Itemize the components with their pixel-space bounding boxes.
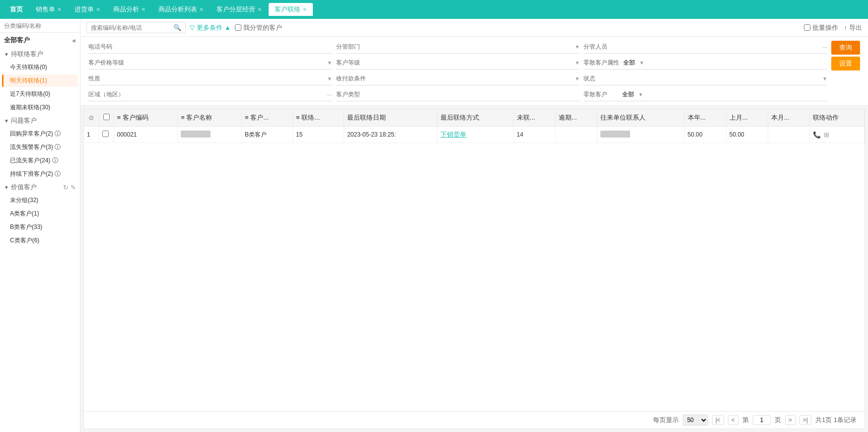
search-box: 🔍 <box>86 22 186 33</box>
sidebar-item-a-class[interactable]: A类客户(1) <box>2 208 78 220</box>
page-size-select[interactable]: 50 100 200 <box>683 415 708 426</box>
bulk-op-btn[interactable]: 批量操作 <box>804 23 838 32</box>
filter-row-4: 区域（地区） ··· 客户类型 零散客户 全部 ▼ <box>88 88 827 101</box>
th-action: 联络动作 <box>810 109 865 127</box>
filter-department: 分管部门 ▼ <box>336 41 580 54</box>
customer-name-value <box>181 131 211 138</box>
bulk-op-check[interactable] <box>804 24 810 31</box>
retail-attr-dropdown-icon[interactable]: ▼ <box>639 60 644 66</box>
group-arrow-problem: ▼ <box>4 118 9 124</box>
value-customers-refresh-icon[interactable]: ↻ <box>63 184 69 191</box>
filter-icon: ▽ <box>190 24 195 31</box>
th-customer-type: ≡ 客户... <box>241 109 292 127</box>
close-analysis-list-icon[interactable]: ✕ <box>199 6 204 13</box>
settings-gear-icon[interactable]: ⚙ <box>88 114 94 122</box>
sidebar-item-overdue-contact[interactable]: 逾期未联络(30) <box>2 101 78 114</box>
prev-page-btn[interactable]: < <box>728 415 738 425</box>
row-checkbox[interactable] <box>102 131 109 137</box>
nav-analysis-list[interactable]: 商品分析列表 ✕ <box>152 3 210 16</box>
td-customer-name <box>178 127 242 143</box>
content-area: 🔍 ▽ 更多条件 ▲ 我分管的客户 批量操作 ↑ 导出 <box>80 19 868 432</box>
sidebar-item-declining[interactable]: 持续下滑客户(2) ⓘ <box>2 168 78 180</box>
th-this-month: 本月... <box>768 109 809 127</box>
sidebar-search-input[interactable] <box>4 22 78 29</box>
th-gear: ⚙ <box>84 109 99 127</box>
sidebar-item-churn-warning[interactable]: 流失预警客户(3) ⓘ <box>2 141 78 153</box>
nature-dropdown-icon[interactable]: ▼ <box>327 76 332 81</box>
last-page-btn[interactable]: >| <box>799 415 811 425</box>
td-this-month <box>768 127 809 143</box>
call-action-icon[interactable]: 📞 <box>813 131 821 139</box>
page-input[interactable] <box>753 415 771 425</box>
first-page-btn[interactable]: |< <box>712 415 724 425</box>
filter-row-2: 客户价格等级 ▼ 客户等级 ▼ 零散客户属性 全部 ▼ <box>88 57 827 70</box>
manager-more-icon[interactable]: ··· <box>822 44 827 51</box>
main-layout: 🔍 全部客户 « ▼ 待联络客户 今天待联络(0) 明天待联络(1) 近7天待联… <box>0 19 868 432</box>
collapse-icon[interactable]: « <box>72 37 76 44</box>
sidebar-item-tomorrow-pending[interactable]: 明天待联络(1) <box>2 74 78 87</box>
nav-home[interactable]: 首页 <box>4 3 29 16</box>
close-customer-contact-icon[interactable]: ✕ <box>302 6 307 13</box>
sidebar-item-churned[interactable]: 已流失客户(24) ⓘ <box>2 154 78 167</box>
export-btn[interactable]: ↑ 导出 <box>844 23 863 32</box>
top-nav: 首页 销售单 ✕ 进货单 ✕ 商品分析 ✕ 商品分析列表 ✕ 客户分层经营 ✕ … <box>0 0 868 19</box>
nav-purchase[interactable]: 进货单 ✕ <box>69 3 106 16</box>
td-last-contact-date: 2023-05-23 18:25: <box>344 127 437 143</box>
sidebar-item-today-pending[interactable]: 今天待联络(0) <box>2 61 78 73</box>
search-input[interactable] <box>91 24 171 31</box>
contact-method-link[interactable]: 下销货单 <box>440 131 466 138</box>
td-uncontacted: 14 <box>513 127 555 143</box>
close-analysis-icon[interactable]: ✕ <box>141 6 145 13</box>
payment-terms-dropdown-icon[interactable]: ▼ <box>575 76 579 81</box>
value-customers-edit-icon[interactable]: ✎ <box>71 184 76 191</box>
td-contact-person <box>597 127 684 143</box>
th-customer-code: ≡ 客户编码 <box>114 109 178 127</box>
filter-row-3: 性质 ▼ 收付款条件 ▼ 状态 ▼ <box>88 72 827 85</box>
select-all-checkbox[interactable] <box>103 114 110 120</box>
th-last-contact-method: 最后联络方式 <box>437 109 513 127</box>
sidebar-item-repurchase-abnormal[interactable]: 回购异常客户(2) ⓘ <box>2 128 78 140</box>
td-last-month: 50.00 <box>726 127 768 143</box>
filter-status: 状态 ▼ <box>583 72 827 85</box>
search-icon[interactable]: 🔍 <box>173 24 181 31</box>
chevron-up-icon: ▲ <box>224 24 231 31</box>
nav-sales[interactable]: 销售单 ✕ <box>30 3 68 16</box>
grid-action-icon[interactable]: ⊞ <box>824 131 829 139</box>
th-last-month: 上月... <box>726 109 768 127</box>
customer-level-dropdown-icon[interactable]: ▼ <box>575 60 579 66</box>
group-pending-contact: ▼ 待联络客户 <box>0 48 80 61</box>
region-more-icon[interactable]: ··· <box>327 91 332 98</box>
nav-customer-contact[interactable]: 客户联络 ✕ <box>269 3 313 16</box>
filter-price-level: 客户价格等级 ▼ <box>88 57 332 70</box>
close-purchase-icon[interactable]: ✕ <box>96 6 100 13</box>
next-page-btn[interactable]: > <box>785 415 796 425</box>
th-last-contact-date: 最后联络日期 <box>344 109 437 127</box>
sidebar-item-ungroup[interactable]: 未分组(32) <box>2 194 78 207</box>
group-arrow-value: ▼ <box>4 185 9 190</box>
filter-toolbar: 🔍 ▽ 更多条件 ▲ 我分管的客户 批量操作 ↑ 导出 <box>80 19 868 37</box>
close-sales-icon[interactable]: ✕ <box>57 6 62 13</box>
sidebar-item-7day-pending[interactable]: 近7天待联络(0) <box>2 88 78 100</box>
filter-phone: 电话号码 <box>88 41 332 54</box>
department-dropdown-icon[interactable]: ▼ <box>575 44 579 50</box>
sidebar-item-b-class[interactable]: B类客户(33) <box>2 221 78 233</box>
filter-panel: 电话号码 分管部门 ▼ 分管人员 ··· <box>80 37 868 106</box>
filter-retail-customer: 零散客户 全部 ▼ <box>583 88 827 101</box>
query-button[interactable]: 查询 <box>831 41 860 55</box>
my-customers-checkbox[interactable]: 我分管的客户 <box>235 23 282 32</box>
my-customers-check[interactable] <box>235 24 241 31</box>
close-customer-segment-icon[interactable]: ✕ <box>257 6 262 13</box>
status-dropdown-icon[interactable]: ▼ <box>822 76 827 81</box>
setting-button[interactable]: 设置 <box>831 57 860 71</box>
td-contact-count: 15 <box>293 127 344 143</box>
price-level-dropdown-icon[interactable]: ▼ <box>327 60 332 66</box>
nav-analysis[interactable]: 商品分析 ✕ <box>107 3 151 16</box>
td-last-contact-method: 下销货单 <box>437 127 513 143</box>
more-conditions-btn[interactable]: ▽ 更多条件 ▲ <box>190 23 231 32</box>
retail-customer-dropdown-icon[interactable]: ▼ <box>638 92 643 97</box>
sidebar: 🔍 全部客户 « ▼ 待联络客户 今天待联络(0) 明天待联络(1) 近7天待联… <box>0 19 80 432</box>
sidebar-item-c-class[interactable]: C类客户(6) <box>2 234 78 247</box>
nav-customer-segment[interactable]: 客户分层经营 ✕ <box>211 3 268 16</box>
export-icon: ↑ <box>844 24 848 31</box>
td-customer-type: B类客户 <box>241 127 292 143</box>
